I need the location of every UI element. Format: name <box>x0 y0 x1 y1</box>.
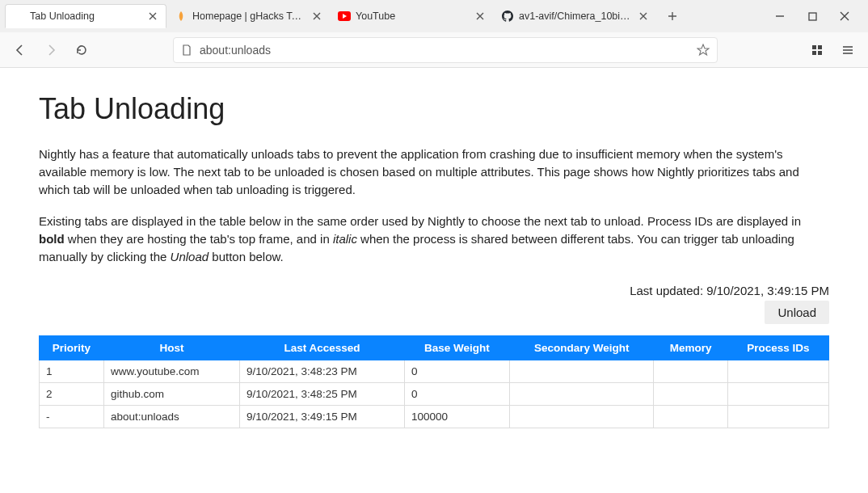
window-controls <box>773 9 863 23</box>
close-window-icon[interactable] <box>837 9 852 23</box>
svg-rect-2 <box>812 45 816 49</box>
menu-button[interactable] <box>836 38 860 62</box>
svg-rect-1 <box>809 13 816 20</box>
new-tab-button[interactable] <box>661 5 684 27</box>
favicon-ghacks <box>175 10 188 23</box>
back-button[interactable] <box>8 38 32 62</box>
tab-title: YouTube <box>356 11 469 22</box>
th-memory: Memory <box>654 335 727 360</box>
last-updated: Last updated: 9/10/2021, 3:49:15 PM <box>39 284 829 297</box>
browser-window: Tab Unloading Homepage | gHacks Technolo… <box>0 0 868 493</box>
extensions-button[interactable] <box>805 38 829 62</box>
close-icon[interactable] <box>474 10 487 23</box>
table-row: 2 github.com 9/10/2021, 3:48:25 PM 0 <box>40 382 829 405</box>
svg-rect-3 <box>818 45 822 49</box>
table-row: - about:unloads 9/10/2021, 3:49:15 PM 10… <box>40 405 829 428</box>
tab-title: Tab Unloading <box>30 11 141 22</box>
th-host: Host <box>104 335 240 360</box>
unload-button[interactable]: Unload <box>765 301 829 324</box>
url-bar[interactable]: about:unloads <box>173 37 718 63</box>
th-base-weight: Base Weight <box>405 335 510 360</box>
page-content: Tab Unloading Nightly has a feature that… <box>0 68 868 428</box>
th-last-accessed: Last Accessed <box>240 335 405 360</box>
page-icon <box>180 44 193 57</box>
th-process-ids: Process IDs <box>727 335 828 360</box>
table-row: 1 www.youtube.com 9/10/2021, 3:48:23 PM … <box>40 360 829 382</box>
close-icon[interactable] <box>310 10 323 23</box>
tab-1[interactable]: Homepage | gHacks Technolo <box>168 4 330 28</box>
th-secondary-weight: Secondary Weight <box>509 335 654 360</box>
tab-0[interactable]: Tab Unloading <box>5 4 166 28</box>
tab-2[interactable]: YouTube <box>331 4 493 28</box>
reload-button[interactable] <box>70 38 94 62</box>
favicon-github <box>501 10 514 23</box>
url-text: about:unloads <box>200 44 689 57</box>
maximize-icon[interactable] <box>805 9 820 23</box>
svg-rect-4 <box>812 51 816 55</box>
intro-paragraph-1: Nightly has a feature that automatically… <box>39 145 829 198</box>
favicon-blank <box>12 10 25 23</box>
tab-title: Homepage | gHacks Technolo <box>192 11 305 22</box>
favicon-youtube <box>338 10 351 23</box>
page-title: Tab Unloading <box>39 92 829 126</box>
toolbar: about:unloads <box>0 32 868 68</box>
tab-title: av1-avif/Chimera_10bit_cro <box>519 11 632 22</box>
th-priority: Priority <box>40 335 104 360</box>
close-icon[interactable] <box>637 10 650 23</box>
tab-3[interactable]: av1-avif/Chimera_10bit_cro <box>495 4 656 28</box>
tabs-table: Priority Host Last Accessed Base Weight … <box>39 335 829 428</box>
tab-strip: Tab Unloading Homepage | gHacks Technolo… <box>0 0 868 32</box>
forward-button[interactable] <box>39 38 63 62</box>
svg-rect-5 <box>818 51 822 55</box>
bookmark-star-icon[interactable] <box>696 43 710 57</box>
intro-paragraph-2: Existing tabs are displayed in the table… <box>39 213 829 265</box>
close-icon[interactable] <box>146 10 159 23</box>
minimize-icon[interactable] <box>773 9 787 23</box>
